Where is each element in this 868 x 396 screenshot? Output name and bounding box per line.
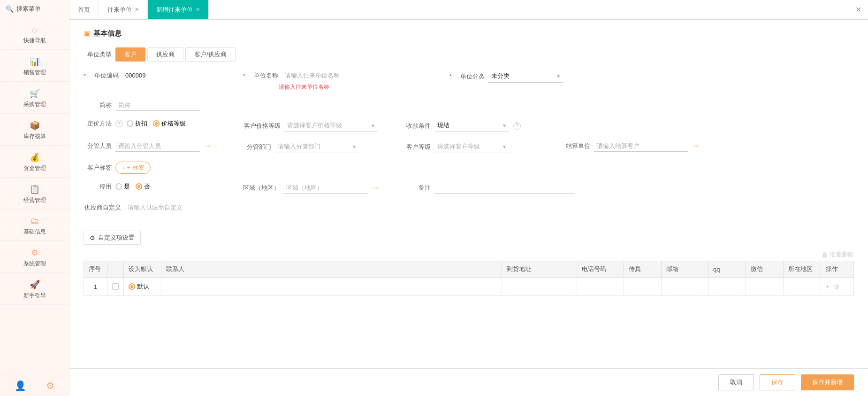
remark-input[interactable]	[434, 182, 575, 194]
region-input[interactable]	[283, 182, 368, 194]
tab-new-contact-close[interactable]: ✕	[196, 7, 200, 13]
region-more-icon[interactable]: ···	[373, 184, 380, 192]
pricing-row: 定价方法 ? 折扣 价格等级 客户价格等级 请选择客户价格等级	[84, 119, 854, 132]
sidebar-item-purchase[interactable]: 🛒 采购管理	[0, 82, 69, 114]
custom-settings-button[interactable]: ⚙ 自定义项设置	[84, 231, 141, 245]
settlement-input[interactable]	[594, 140, 688, 152]
window-close-button[interactable]: ✕	[849, 0, 868, 19]
tab-contacts[interactable]: 往来单位 ✕	[99, 0, 148, 19]
row-address-cell[interactable]	[502, 278, 577, 296]
row-delete-icon[interactable]: 🗑	[833, 283, 840, 290]
type-btn-customer[interactable]: 客户	[115, 47, 145, 62]
operations-icon: 📋	[30, 184, 40, 194]
sidebar-item-inventory[interactable]: 📦 库存核算	[0, 114, 69, 146]
col-checkbox	[107, 261, 124, 278]
unit-type-label: 单位类型	[84, 50, 112, 59]
row-fax-cell[interactable]	[624, 278, 662, 296]
customer-tag-row: 客户标签 + + 标签	[84, 162, 854, 174]
save-new-button[interactable]: 保存并新增	[801, 374, 854, 390]
sidebar-item-label: 基础信息	[23, 228, 46, 236]
pricing-discount-radio[interactable]	[127, 120, 133, 127]
purchase-icon: 🛒	[30, 88, 40, 99]
unit-code-label: 单位编码	[91, 71, 119, 80]
row-region-input[interactable]	[788, 281, 816, 292]
department-select[interactable]: 请输入分管部门 ▼	[275, 140, 359, 153]
settings-bottom-icon[interactable]: ⚙	[46, 380, 54, 391]
supplier-custom-label: 供应商自定义	[84, 203, 121, 212]
unit-name-error: 请输入往来单位名称	[279, 83, 329, 91]
unit-code-group: * 单位编码	[84, 70, 224, 81]
pricing-discount-option[interactable]: 折扣	[127, 119, 147, 128]
pricing-level-option[interactable]: 价格等级	[153, 119, 186, 128]
unit-category-value: 未分类	[491, 72, 554, 80]
row-email-cell[interactable]	[662, 278, 708, 296]
unit-code-input[interactable]	[122, 70, 207, 81]
disabled-no-radio[interactable]	[136, 183, 142, 190]
disabled-yes-label: 是	[124, 182, 130, 191]
payment-terms-select[interactable]: 现结 ▼	[434, 119, 510, 132]
row-email-input[interactable]	[666, 281, 703, 292]
add-tag-button[interactable]: + + 标签	[115, 162, 151, 174]
unit-category-select[interactable]: 未分类 ▼	[488, 70, 563, 83]
tab-new-contact[interactable]: 新增往来单位 ✕	[148, 0, 209, 19]
section-header: ▣ 基本信息	[84, 29, 854, 38]
customer-level-arrow: ▼	[502, 144, 507, 149]
cancel-button[interactable]: 取消	[718, 374, 754, 390]
customer-price-select[interactable]: 请选择客户价格等级 ▼	[284, 119, 378, 132]
row-fax-input[interactable]	[629, 281, 656, 292]
user-icon[interactable]: 👤	[15, 380, 26, 391]
tab-home[interactable]: 首页	[69, 0, 99, 19]
pricing-level-radio[interactable]	[153, 120, 160, 127]
type-btn-supplier[interactable]: 供应商	[147, 47, 183, 62]
row-wechat-input[interactable]	[751, 281, 778, 292]
col-qq: qq	[708, 261, 746, 278]
row-add-icon[interactable]: +	[826, 283, 830, 290]
pricing-help-icon[interactable]: ?	[115, 120, 123, 127]
unit-type-group: 单位类型 客户 供应商 客户/供应商	[84, 47, 236, 62]
row-checkbox[interactable]	[112, 283, 119, 290]
tab-contacts-close[interactable]: ✕	[135, 7, 139, 13]
save-button[interactable]: 保存	[760, 374, 795, 390]
row-region-cell[interactable]	[784, 278, 821, 296]
disabled-yes-option[interactable]: 是	[115, 182, 130, 191]
sidebar-item-guide[interactable]: 🚀 新手引导	[0, 273, 69, 305]
type-btn-both[interactable]: 客户/供应商	[185, 47, 236, 62]
row-qq-cell[interactable]	[708, 278, 746, 296]
row-wechat-cell[interactable]	[746, 278, 784, 296]
short-name-input[interactable]	[115, 100, 200, 111]
row-phone-cell[interactable]	[577, 278, 624, 296]
disabled-no-option[interactable]: 否	[136, 182, 150, 191]
sidebar-item-basic[interactable]: 🗂 基础信息	[0, 210, 69, 241]
sidebar-search[interactable]: 🔍 搜索菜单	[0, 0, 69, 18]
sidebar-search-label: 搜索菜单	[16, 5, 41, 13]
row-default-radio[interactable]	[129, 283, 135, 290]
manager-input[interactable]	[115, 140, 200, 152]
row-phone-input[interactable]	[582, 281, 619, 292]
home-icon: ⌂	[32, 25, 37, 35]
disabled-yes-radio[interactable]	[115, 183, 122, 190]
add-tag-label: + 标签	[127, 163, 145, 172]
table-row: 1 默认	[84, 278, 854, 296]
payment-help-icon[interactable]: ?	[513, 122, 521, 130]
supplier-custom-input[interactable]	[125, 202, 266, 213]
unit-category-group: * 单位分类 未分类 ▼	[449, 70, 590, 83]
row-default-label: 默认	[137, 282, 149, 291]
sidebar-item-quick-nav[interactable]: ⌂ 快捷导航	[0, 18, 69, 50]
row-contact-input[interactable]	[166, 281, 497, 292]
main-area: 首页 往来单位 ✕ 新增往来单位 ✕ ✕ ▣ 基本信息 单位类型 客户 供应商 …	[69, 0, 868, 396]
settlement-more-icon[interactable]: ···	[693, 142, 700, 150]
row-qq-input[interactable]	[713, 281, 741, 292]
sidebar-item-system[interactable]: ⚙ 系统管理	[0, 241, 69, 273]
sidebar-item-operations[interactable]: 📋 经营管理	[0, 178, 69, 210]
sidebar-item-sales[interactable]: 📊 销售管理	[0, 50, 69, 82]
manager-more-icon[interactable]: ···	[206, 142, 212, 150]
payment-terms-group: 收款条件 现结 ▼ ?	[403, 119, 543, 132]
customer-level-select[interactable]: 请选择客户等级 ▼	[434, 140, 510, 153]
sidebar-item-finance[interactable]: 💰 资金管理	[0, 146, 69, 178]
unit-name-input[interactable]	[282, 70, 385, 81]
remark-group: 备注	[403, 182, 575, 194]
batch-delete-button[interactable]: 🗑 批量删除	[822, 250, 854, 259]
department-group: 分管部门 请输入分管部门 ▼	[243, 140, 384, 153]
row-contact-cell[interactable]	[161, 278, 502, 296]
row-address-input[interactable]	[507, 281, 572, 292]
